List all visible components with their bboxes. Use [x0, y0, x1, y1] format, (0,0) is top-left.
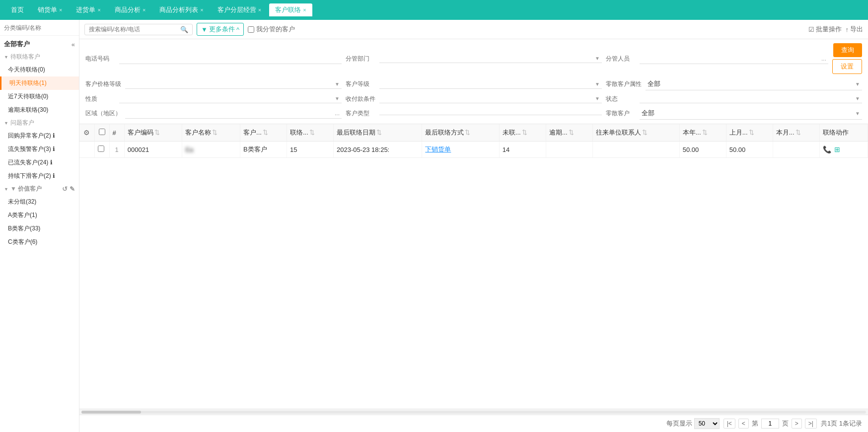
- sidebar-search-input[interactable]: [4, 24, 78, 31]
- sidebar-item-churned[interactable]: 已流失客户(24) ℹ: [0, 156, 79, 169]
- nav-product-analysis[interactable]: 商品分析 ×: [109, 3, 151, 16]
- search-icon[interactable]: 🔍: [180, 26, 188, 33]
- retail-attr-select[interactable]: 全部▼: [646, 78, 862, 90]
- sidebar-item-c-type[interactable]: C类客户(6): [0, 235, 79, 249]
- my-customers-checkbox-area[interactable]: 我分管的客户: [248, 25, 295, 34]
- sidebar-item-tomorrow[interactable]: 明天待联络(1): [0, 76, 79, 90]
- close-icon[interactable]: ×: [200, 7, 203, 13]
- sidebar-item-overdue[interactable]: 逾期未联络(30): [0, 103, 79, 117]
- person-select[interactable]: ...: [640, 54, 828, 64]
- price-grade-label: 客户价格等级: [85, 80, 121, 88]
- payment-select[interactable]: ▼: [379, 94, 602, 103]
- close-icon[interactable]: ×: [97, 7, 100, 13]
- td-type: B类客户: [240, 142, 287, 158]
- status-select[interactable]: ▼: [640, 94, 862, 103]
- dept-label: 分管部门: [346, 55, 375, 63]
- last-page-button[interactable]: >|: [805, 419, 817, 429]
- page-label: 第: [752, 419, 758, 428]
- th-unreached: 未联...⇅: [499, 124, 546, 142]
- sidebar-item-today[interactable]: 今天待联络(0): [0, 63, 79, 76]
- customer-grade-select[interactable]: ▼: [379, 80, 602, 89]
- phone-label: 电话号码: [85, 55, 115, 63]
- dept-select[interactable]: ▼: [379, 54, 602, 63]
- next-page-button[interactable]: >: [792, 419, 802, 429]
- th-type: 客户...⇅: [240, 124, 287, 142]
- td-unit-contact: [592, 142, 679, 158]
- search-input[interactable]: [89, 26, 178, 33]
- person-label: 分管人员: [606, 55, 636, 63]
- nav-customer-contact[interactable]: 客户联络 ×: [269, 3, 312, 16]
- table-container: ⚙ # 客户编码⇅ 客户名称⇅ 客户...⇅ 联络...⇅ 最后联络日期⇅ 最后…: [79, 124, 868, 409]
- batch-ops-button[interactable]: ☑ 批量操作: [808, 25, 842, 34]
- nav-home[interactable]: 首页: [5, 3, 30, 16]
- sidebar-item-repurchase[interactable]: 回购异常客户(2) ℹ: [0, 129, 79, 143]
- filter-row-customer-grade: 客户等级 ▼: [346, 78, 602, 90]
- select-all-checkbox[interactable]: [99, 129, 105, 135]
- close-icon[interactable]: ×: [258, 7, 261, 13]
- content-area: 🔍 ▼ 更多条件 ^ 我分管的客户 ☑ 批量操作 ↑ 导出: [79, 20, 868, 432]
- filter-row-customer-type: 客户类型: [346, 107, 602, 120]
- reset-button[interactable]: 设置: [832, 59, 862, 74]
- th-contact: 联络...⇅: [287, 124, 334, 142]
- close-icon[interactable]: ×: [59, 7, 62, 13]
- first-page-button[interactable]: |<: [723, 419, 735, 429]
- footer: 每页显示 50 100 200 |< < 第 页 > >| 共1页 1条记录: [79, 415, 868, 432]
- my-customers-checkbox[interactable]: [248, 26, 254, 33]
- nav-customer-segmentation[interactable]: 客户分层经营 ×: [212, 3, 267, 16]
- sidebar-item-declining[interactable]: 持续下滑客户(2) ℹ: [0, 169, 79, 183]
- query-button[interactable]: 查询: [833, 43, 862, 57]
- sidebar-item-churn-warning[interactable]: 流失预警客户(3) ℹ: [0, 143, 79, 156]
- nature-select[interactable]: ▼: [119, 94, 342, 103]
- th-name: 客户名称⇅: [182, 124, 240, 142]
- filter-row-retail-attr: 零散客户属性 全部▼: [606, 78, 862, 90]
- sidebar-item-ungrouped[interactable]: 未分组(32): [0, 195, 79, 209]
- scroll-thumb[interactable]: [81, 411, 141, 414]
- th-overdue: 逾期...⇅: [546, 124, 592, 142]
- refresh-icon[interactable]: ↺: [62, 185, 68, 193]
- page-number-input[interactable]: [761, 419, 779, 429]
- row-checkbox[interactable]: [98, 145, 104, 152]
- phone-action-icon[interactable]: 📞: [823, 145, 831, 153]
- area-label: 区域（地区）: [85, 109, 121, 118]
- sidebar-item-b-type[interactable]: B类客户(33): [0, 222, 79, 235]
- prev-page-button[interactable]: <: [738, 419, 749, 429]
- per-page-select[interactable]: 50 100 200: [694, 418, 720, 429]
- filter-row-status: 状态 ▼: [606, 94, 862, 103]
- area-select[interactable]: ...: [125, 108, 342, 119]
- table-body: 1 000021 Ea B类客户 15 2023-05-23 18:25: 下销…: [79, 142, 868, 158]
- th-last-date: 最后联络日期⇅: [333, 124, 422, 142]
- more-filters-button[interactable]: ▼ 更多条件 ^: [197, 23, 244, 36]
- price-grade-select[interactable]: ▼: [125, 80, 342, 89]
- export-icon: ↑: [846, 26, 849, 33]
- sidebar-item-7days[interactable]: 近7天待联络(0): [0, 90, 79, 103]
- close-icon[interactable]: ×: [143, 7, 145, 13]
- th-this-month: 本月...⇅: [773, 124, 819, 142]
- phone-input[interactable]: [119, 54, 342, 64]
- retail-customer-select[interactable]: 全部▼: [640, 107, 862, 120]
- page-suffix: 页: [782, 419, 789, 428]
- filter-btn-label: 更多条件: [209, 25, 235, 34]
- collapse-icon[interactable]: «: [72, 41, 75, 48]
- more-action-icon[interactable]: ⊞: [834, 145, 840, 153]
- export-button[interactable]: ↑ 导出: [846, 25, 864, 34]
- horizontal-scrollbar[interactable]: [79, 409, 868, 415]
- td-last-date: 2023-05-23 18:25:: [333, 142, 422, 158]
- td-seq: 1: [109, 142, 124, 158]
- sidebar: 🔍 全部客户 « 待联络客户 今天待联络(0) 明天待联络(1) 近7天待联络(…: [0, 20, 79, 432]
- batch-ops-label: 批量操作: [816, 25, 842, 34]
- payment-label: 收付款条件: [346, 95, 375, 103]
- customer-type-select[interactable]: [379, 112, 602, 115]
- last-method-link[interactable]: 下销货单: [425, 145, 451, 153]
- td-contact: 15: [287, 142, 334, 158]
- nav-purchase-order[interactable]: 进货单 ×: [70, 3, 106, 16]
- customer-type-label: 客户类型: [346, 109, 375, 118]
- nav-sales-order[interactable]: 销货单 ×: [32, 3, 68, 16]
- close-icon[interactable]: ×: [303, 7, 306, 13]
- customer-name-blurred: Ea: [185, 146, 193, 153]
- filter-row-price-grade: 客户价格等级 ▼: [85, 78, 342, 90]
- per-page-selector: 每页显示 50 100 200: [666, 418, 720, 429]
- gear-icon[interactable]: ⚙: [83, 129, 90, 137]
- edit-icon[interactable]: ✎: [70, 185, 75, 193]
- nav-product-analysis-list[interactable]: 商品分析列表 ×: [153, 3, 209, 16]
- sidebar-item-a-type[interactable]: A类客户(1): [0, 209, 79, 222]
